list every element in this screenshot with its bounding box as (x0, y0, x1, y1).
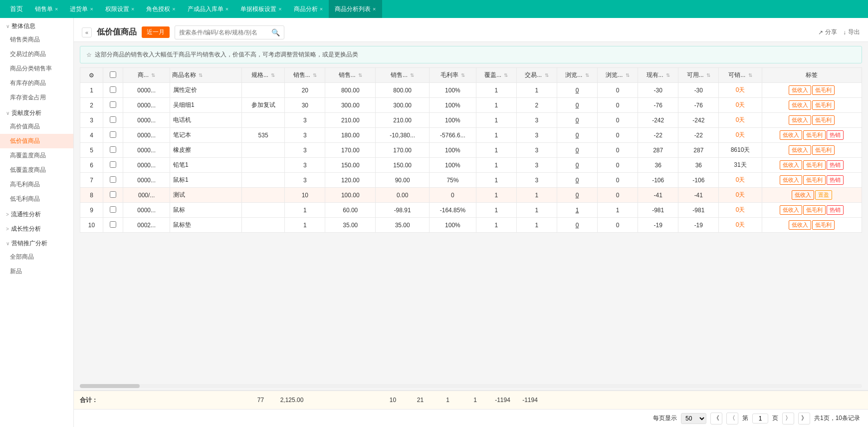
footer-spacer2 (121, 397, 135, 404)
sidebar-item-sales-products[interactable]: 销售类商品 (0, 32, 73, 47)
nav-close-sales[interactable]: × (55, 6, 58, 12)
row-sale-price: 120.00 (325, 173, 376, 188)
first-page-btn[interactable]: 《 (710, 413, 722, 425)
row-checkbox[interactable] (110, 101, 116, 108)
row-stock: -76 (638, 98, 678, 113)
row-browse1[interactable]: 0 (557, 128, 597, 143)
table-wrapper[interactable]: ⚙ 商... ⇅ 商品名称 ⇅ 规格... ⇅ 销售... ⇅ 销售... ⇅ … (80, 67, 862, 382)
row-checkbox[interactable] (110, 206, 116, 213)
row-browse1[interactable]: 0 (557, 98, 597, 113)
row-checkbox[interactable] (110, 191, 116, 198)
row-code: 0000... (123, 98, 170, 113)
nav-template[interactable]: 单据模板设置 × (234, 0, 287, 18)
row-available: -981 (678, 203, 719, 218)
nav-close-stock-in[interactable]: × (225, 6, 228, 12)
sidebar-item-with-stock[interactable]: 有库存的商品 (0, 76, 73, 90)
row-browse1[interactable]: 0 (557, 113, 597, 128)
nav-product-analysis-list[interactable]: 商品分析列表 × (329, 0, 382, 18)
sidebar-item-high-margin[interactable]: 高毛利商品 (0, 177, 73, 192)
search-input[interactable] (179, 29, 268, 36)
nav-stock-in[interactable]: 产成品入库单 × (182, 0, 234, 18)
sidebar-group-overall[interactable]: ∨ 整体信息 (0, 18, 73, 32)
sidebar-item-new-products[interactable]: 新品 (0, 264, 73, 279)
export-btn[interactable]: ↓ 导出 (843, 28, 860, 36)
row-checkbox[interactable] (110, 176, 116, 183)
nav-sales[interactable]: 销售单 × (29, 0, 64, 18)
browse-link[interactable]: 0 (576, 177, 579, 184)
sidebar-collapse-btn[interactable]: « (82, 27, 92, 37)
sidebar-item-traded-products[interactable]: 交易过的商品 (0, 47, 73, 61)
filter-date-btn[interactable]: 近一月 (142, 26, 170, 38)
th-settings[interactable]: ⚙ (80, 68, 103, 83)
prev-page-btn[interactable]: 〈 (726, 413, 738, 425)
row-sale-amount: 210.00 (376, 113, 430, 128)
scrollbar-track[interactable] (80, 384, 862, 388)
row-browse1[interactable]: 0 (557, 143, 597, 158)
tag-badge: 低收入 (780, 130, 802, 140)
sidebar-item-high-coverage[interactable]: 高覆盖度商品 (0, 148, 73, 163)
row-num: 8 (80, 188, 103, 203)
sidebar-group-contribution[interactable]: ∨ 贡献度分析 (0, 105, 73, 119)
browse-link[interactable]: 0 (576, 87, 579, 94)
sidebar-item-all-products[interactable]: 全部商品 (0, 250, 73, 264)
browse-link[interactable]: 0 (576, 117, 579, 124)
last-page-btn[interactable]: 》 (798, 413, 810, 425)
nav-close-template[interactable]: × (278, 6, 281, 12)
page-input[interactable] (752, 414, 768, 424)
sidebar-group-flow[interactable]: > 流通性分析 (0, 206, 73, 221)
row-browse2: 0 (598, 113, 638, 128)
sidebar-group-growth[interactable]: > 成长性分析 (0, 221, 73, 235)
row-checkbox[interactable] (110, 86, 116, 93)
nav-close-role[interactable]: × (172, 6, 175, 12)
row-browse1[interactable]: 1 (557, 203, 597, 218)
nav-purchase[interactable]: 进货单 × (64, 0, 99, 18)
row-browse1[interactable]: 0 (557, 173, 597, 188)
sidebar-item-category-rate[interactable]: 商品分类销售率 (0, 61, 73, 76)
nav-close-product-analysis-list[interactable]: × (373, 6, 376, 12)
page-size-select[interactable]: 50 20 100 (681, 413, 706, 424)
row-browse1[interactable]: 0 (557, 218, 597, 233)
nav-permission[interactable]: 权限设置 × (99, 0, 140, 18)
next-page-btn[interactable]: 〉 (782, 413, 794, 425)
check-all-checkbox[interactable] (110, 71, 116, 78)
sidebar-group-marketing[interactable]: ∨ 营销推广分析 (0, 235, 73, 250)
nav-product-analysis[interactable]: 商品分析 × (288, 0, 329, 18)
browse-link[interactable]: 0 (576, 222, 579, 229)
nav-home[interactable]: 首页 (4, 0, 29, 18)
sidebar-item-low-value[interactable]: 低价值商品 (0, 134, 73, 148)
sidebar-item-high-value[interactable]: 高价值商品 (0, 119, 73, 134)
nav-close-product-analysis[interactable]: × (320, 6, 323, 12)
browse-link[interactable]: 0 (576, 162, 579, 169)
row-checkbox[interactable] (110, 146, 116, 153)
row-checkbox[interactable] (110, 131, 116, 138)
sidebar-item-low-margin[interactable]: 低毛利商品 (0, 192, 73, 206)
main-layout: ∨ 整体信息 销售类商品 交易过的商品 商品分类销售率 有库存的商品 库存资金占… (0, 18, 868, 427)
row-salable-days: 0天 (719, 188, 762, 203)
row-checkbox[interactable] (110, 116, 116, 123)
sidebar-item-low-coverage[interactable]: 低覆盖度商品 (0, 163, 73, 177)
browse-link[interactable]: 0 (576, 102, 579, 109)
row-checkbox[interactable] (110, 161, 116, 168)
scrollbar-thumb[interactable] (80, 384, 140, 388)
row-browse1[interactable]: 0 (557, 158, 597, 173)
browse-link[interactable]: 0 (576, 147, 579, 154)
row-checkbox[interactable] (110, 221, 116, 228)
row-salable-days: 0天 (719, 83, 762, 98)
row-browse1[interactable]: 0 (557, 188, 597, 203)
sidebar-item-stock-fund[interactable]: 库存资金占用 (0, 90, 73, 105)
browse-link[interactable]: 0 (576, 192, 579, 199)
nav-close-purchase[interactable]: × (90, 6, 93, 12)
row-trade: 1 (516, 203, 557, 218)
browse-link[interactable]: 0 (576, 132, 579, 139)
row-sale-qty: 3 (285, 128, 325, 143)
browse-link[interactable]: 1 (576, 207, 579, 214)
share-btn[interactable]: ↗ 分享 (818, 28, 837, 36)
row-trade: 3 (516, 158, 557, 173)
nav-close-permission[interactable]: × (131, 6, 134, 12)
row-stock: 287 (638, 143, 678, 158)
th-salable: 可销... ⇅ (719, 68, 762, 83)
th-browse2: 浏览... ⇅ (598, 68, 638, 83)
th-check[interactable] (103, 68, 123, 83)
nav-role[interactable]: 角色授权 × (140, 0, 181, 18)
row-browse1[interactable]: 0 (557, 83, 597, 98)
